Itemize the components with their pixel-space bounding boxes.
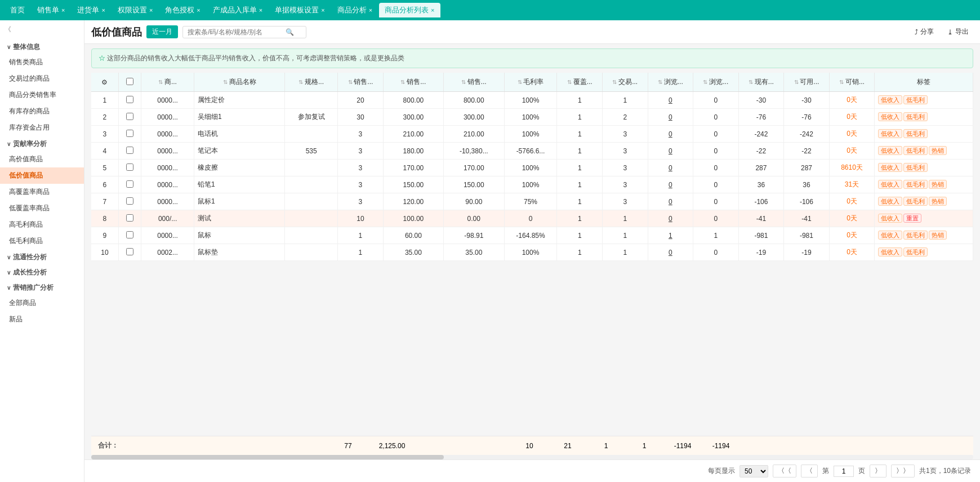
period-button[interactable]: 近一月 — [146, 25, 178, 38]
current-page-input[interactable] — [834, 466, 854, 477]
sidebar-group-overall[interactable]: 整体信息 — [0, 39, 84, 54]
view-count1[interactable]: 0 — [648, 126, 693, 143]
close-sales-order[interactable]: × — [61, 7, 65, 14]
col-trade-header[interactable]: 交易... — [603, 73, 648, 92]
view-count1[interactable]: 0 — [648, 160, 693, 176]
close-product-inbound[interactable]: × — [259, 7, 262, 14]
row-checkbox[interactable] — [126, 96, 133, 103]
nav-sales-order[interactable]: 销售单 × — [32, 3, 70, 17]
row-checkbox[interactable] — [126, 214, 133, 222]
col-current-header[interactable]: 现有... — [738, 73, 784, 92]
row-checkbox[interactable] — [126, 197, 133, 205]
row-checkbox[interactable] — [126, 231, 133, 238]
share-button[interactable]: ⤴ 分享 — [910, 25, 938, 39]
product-name[interactable]: 笔记本 — [194, 143, 285, 160]
col-code-header[interactable]: 商... — [141, 73, 194, 92]
close-product-analysis-list[interactable]: × — [431, 7, 434, 14]
view1-link[interactable]: 0 — [669, 147, 672, 155]
sidebar-group-growth[interactable]: 成长性分析 — [0, 264, 84, 280]
close-purchase-order[interactable]: × — [101, 7, 105, 14]
nav-role-auth[interactable]: 角色授权 × — [159, 3, 206, 17]
sidebar-item-all-products[interactable]: 全部商品 — [0, 295, 84, 311]
col-spec-header[interactable]: 规格... — [285, 73, 338, 92]
row-checkbox-cell[interactable] — [118, 160, 141, 176]
sidebar-group-marketing[interactable]: 营销推广分析 — [0, 280, 84, 295]
product-name[interactable]: 属性定价 — [194, 92, 285, 109]
sidebar-item-new-products[interactable]: 新品 — [0, 311, 84, 328]
product-name[interactable]: 鼠标1 — [194, 193, 285, 210]
view1-link[interactable]: 0 — [669, 198, 672, 206]
nav-home[interactable]: 首页 — [5, 3, 30, 17]
sidebar-item-high-value[interactable]: 高价值商品 — [0, 151, 84, 167]
table-container[interactable]: ⚙ 商... 商品名称 规格... 销售... 销售... 销售... 毛利率 … — [91, 73, 973, 436]
view1-link[interactable]: 0 — [669, 130, 672, 138]
first-page-button[interactable]: 〈〈 — [773, 465, 796, 477]
col-settings[interactable]: ⚙ — [91, 73, 118, 92]
row-checkbox[interactable] — [126, 163, 133, 171]
row-checkbox-cell[interactable] — [118, 92, 141, 109]
row-checkbox[interactable] — [126, 147, 133, 154]
row-checkbox-cell[interactable] — [118, 193, 141, 210]
sidebar-item-low-value[interactable]: 低价值商品 — [0, 167, 84, 184]
product-name[interactable]: 测试 — [194, 210, 285, 227]
search-box[interactable]: 🔍 — [182, 26, 306, 38]
row-checkbox[interactable] — [126, 130, 133, 137]
last-page-button[interactable]: 〉〉 — [891, 465, 915, 477]
search-input[interactable] — [188, 28, 283, 36]
product-name[interactable]: 铅笔1 — [194, 176, 285, 193]
scrollbar-thumb[interactable] — [91, 455, 444, 459]
view1-link[interactable]: 1 — [669, 232, 672, 240]
sidebar-collapse-button[interactable]: 《 — [0, 20, 84, 39]
col-coverage-header[interactable]: 覆盖... — [557, 73, 603, 92]
view-count1[interactable]: 0 — [648, 210, 693, 227]
sidebar-item-inventory-funds[interactable]: 库存资金占用 — [0, 120, 84, 136]
product-name[interactable]: 电话机 — [194, 126, 285, 143]
view-count1[interactable]: 0 — [648, 244, 693, 261]
search-icon[interactable]: 🔍 — [286, 28, 294, 36]
row-checkbox-cell[interactable] — [118, 227, 141, 244]
sidebar-item-high-margin[interactable]: 高毛利商品 — [0, 216, 84, 233]
col-checkbox-header[interactable] — [118, 73, 141, 92]
row-checkbox-cell[interactable] — [118, 109, 141, 126]
view1-link[interactable]: 0 — [669, 249, 672, 257]
product-name[interactable]: 鼠标垫 — [194, 244, 285, 261]
product-name[interactable]: 鼠标 — [194, 227, 285, 244]
nav-product-inbound[interactable]: 产成品入库单 × — [207, 3, 268, 17]
sidebar-group-contribution[interactable]: 贡献率分析 — [0, 136, 84, 151]
close-role-auth[interactable]: × — [197, 7, 200, 14]
select-all-checkbox[interactable] — [126, 78, 133, 85]
row-checkbox-cell[interactable] — [118, 176, 141, 193]
row-checkbox[interactable] — [126, 113, 133, 120]
product-name[interactable]: 吴细细1 — [194, 109, 285, 126]
close-permissions[interactable]: × — [149, 7, 153, 14]
view1-link[interactable]: 0 — [669, 181, 672, 189]
nav-purchase-order[interactable]: 进货单 × — [72, 3, 110, 17]
sidebar-item-high-coverage[interactable]: 高覆盖率商品 — [0, 184, 84, 200]
sidebar-group-circulation[interactable]: 流通性分析 — [0, 249, 84, 264]
sidebar-item-sales-products[interactable]: 销售类商品 — [0, 54, 84, 70]
row-checkbox[interactable] — [126, 248, 133, 255]
col-sale2-header[interactable]: 销售... — [383, 73, 443, 92]
view-count1[interactable]: 0 — [648, 109, 693, 126]
row-checkbox-cell[interactable] — [118, 244, 141, 261]
view-count1[interactable]: 0 — [648, 193, 693, 210]
export-button[interactable]: ⤓ 导出 — [943, 25, 973, 39]
col-available-header[interactable]: 可用... — [784, 73, 830, 92]
view-count1[interactable]: 0 — [648, 92, 693, 109]
view1-link[interactable]: 0 — [669, 164, 672, 172]
close-template-settings[interactable]: × — [321, 7, 324, 14]
view1-link[interactable]: 0 — [669, 96, 672, 104]
sidebar-item-stocked-products[interactable]: 有库存的商品 — [0, 103, 84, 120]
col-margin-header[interactable]: 毛利率 — [504, 73, 557, 92]
view1-link[interactable]: 0 — [669, 113, 672, 121]
sidebar-item-low-coverage[interactable]: 低覆盖率商品 — [0, 200, 84, 216]
nav-product-analysis-list[interactable]: 商品分析列表 × — [379, 3, 440, 17]
horizontal-scrollbar[interactable] — [91, 455, 973, 459]
per-page-select[interactable]: 50 100 — [740, 465, 768, 477]
row-checkbox[interactable] — [126, 180, 133, 188]
sidebar-item-category-sales-rate[interactable]: 商品分类销售率 — [0, 87, 84, 103]
col-view1-header[interactable]: 浏览... — [648, 73, 693, 92]
view-count1[interactable]: 1 — [648, 227, 693, 244]
view-count1[interactable]: 0 — [648, 143, 693, 160]
sidebar-item-traded-products[interactable]: 交易过的商品 — [0, 70, 84, 87]
